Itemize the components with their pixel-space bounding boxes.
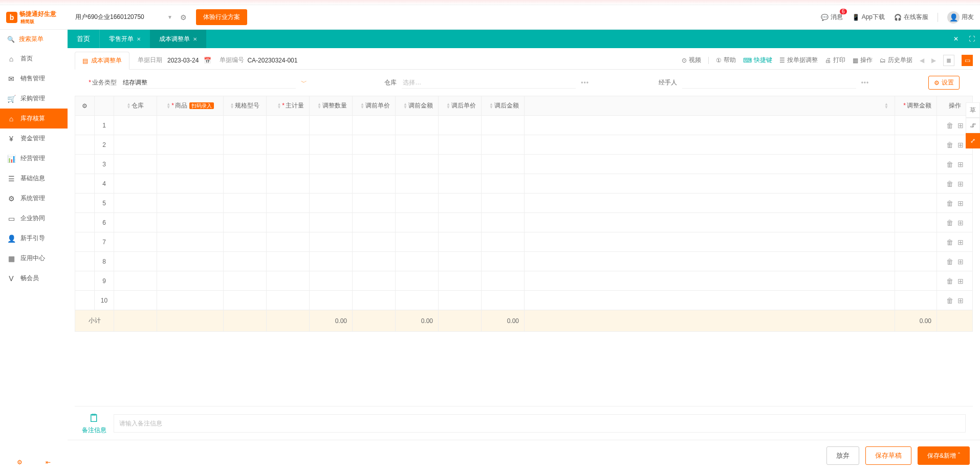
table-row[interactable]: 5🗑⊞ (75, 194, 973, 213)
sidebar-icon: ⌂ (7, 55, 15, 63)
table-row[interactable]: 6🗑⊞ (75, 213, 973, 232)
sidebar-item-3[interactable]: ⌂库存核算 (0, 109, 68, 129)
add-row-icon[interactable]: ⊞ (957, 121, 964, 130)
close-icon[interactable]: ✕ (137, 36, 141, 42)
keyboard-icon: ⌨ (743, 57, 752, 64)
save-new-button[interactable]: 保存&新增ˆ (918, 446, 970, 465)
view-card-button[interactable]: ▭ (962, 55, 973, 66)
sidebar-item-2[interactable]: 🛒采购管理 (0, 89, 68, 109)
table-row[interactable]: 8🗑⊞ (75, 252, 973, 271)
prev-doc-icon[interactable]: ◀ (920, 57, 924, 64)
adjust-by-doc-link[interactable]: ☰按单据调整 (779, 56, 818, 65)
table-row[interactable]: 9🗑⊞ (75, 271, 973, 291)
delete-row-icon[interactable]: 🗑 (946, 141, 953, 149)
gear-icon[interactable]: ⚙ (180, 13, 187, 22)
delete-row-icon[interactable]: 🗑 (946, 180, 953, 188)
table-row[interactable]: 7🗑⊞ (75, 232, 973, 252)
table-row[interactable]: 2🗑⊞ (75, 135, 973, 155)
doc-date-input[interactable]: 2023-03-24 (165, 56, 201, 65)
table-row[interactable]: 3🗑⊞ (75, 155, 973, 174)
sidebar-item-10[interactable]: ▦应用中心 (0, 248, 68, 268)
sidebar-icon: 👤 (7, 234, 15, 243)
add-row-icon[interactable]: ⊞ (957, 141, 964, 149)
close-tab-icon[interactable]: ✕ (948, 35, 964, 42)
rail-attachment-icon[interactable]: 🖇 (966, 118, 980, 133)
add-row-icon[interactable]: ⊞ (957, 180, 964, 188)
add-row-icon[interactable]: ⊞ (957, 258, 964, 266)
delete-row-icon[interactable]: 🗑 (946, 296, 953, 305)
settings-button[interactable]: ⚙设置 (928, 76, 960, 90)
messages-badge: 6 (840, 9, 847, 14)
sidebar-search[interactable]: 🔍搜索菜单 (0, 30, 68, 49)
tab-0[interactable]: 零售开单✕ (100, 30, 150, 48)
sidebar-icon: ▦ (7, 254, 15, 263)
add-row-icon[interactable]: ⊞ (957, 219, 964, 227)
user-menu[interactable]: 👤用友 (947, 11, 974, 24)
table-row[interactable]: 4🗑⊞ (75, 174, 973, 194)
delete-row-icon[interactable]: 🗑 (946, 199, 953, 207)
chevron-down-icon[interactable]: ﹀ (301, 78, 307, 87)
sidebar-item-1[interactable]: ✉销售管理 (0, 69, 68, 89)
line-items-table: ⚙ ▲▼仓库 ▲▼*商品扫码录入 ▲▼规格型号 ▲▼*主计量 ▲▼调整数量 ▲▼… (75, 96, 973, 332)
remark-input[interactable] (114, 414, 966, 433)
tab-1[interactable]: 成本调整单✕ (150, 30, 206, 48)
delete-row-icon[interactable]: 🗑 (946, 219, 953, 227)
sidebar-item-5[interactable]: 📊经营管理 (0, 148, 68, 168)
more-icon[interactable]: ••• (861, 79, 869, 87)
add-row-icon[interactable]: ⊞ (957, 199, 964, 207)
hotkey-link[interactable]: ⌨快捷键 (743, 56, 772, 65)
delete-row-icon[interactable]: 🗑 (946, 258, 953, 266)
operate-link[interactable]: ▦操作 (853, 56, 873, 65)
sidebar-item-9[interactable]: 👤新手引导 (0, 228, 68, 248)
help-link[interactable]: ①帮助 (716, 56, 736, 65)
subtotal-label: 小计 (75, 310, 114, 332)
more-icon[interactable]: ••• (581, 79, 589, 87)
delete-row-icon[interactable]: 🗑 (946, 277, 953, 285)
add-row-icon[interactable]: ⊞ (957, 296, 964, 305)
warehouse-select[interactable] (402, 77, 576, 89)
tab-home[interactable]: 首页 (68, 30, 100, 48)
sidebar-item-7[interactable]: ⚙系统管理 (0, 188, 68, 208)
rail-draft-icon[interactable]: 草 (966, 102, 980, 118)
collapse-icon[interactable]: ⇤ (46, 459, 51, 466)
add-row-icon[interactable]: ⊞ (957, 160, 964, 168)
delete-row-icon[interactable]: 🗑 (946, 121, 953, 130)
online-support-link[interactable]: 🎧在线客服 (894, 13, 928, 22)
fullscreen-icon[interactable]: ⛶ (964, 35, 980, 42)
discard-button[interactable]: 放弃 (826, 446, 859, 465)
search-icon: 🔍 (7, 36, 15, 43)
sidebar-item-4[interactable]: ¥资金管理 (0, 129, 68, 148)
video-link[interactable]: ⊙视频 (682, 56, 701, 65)
add-row-icon[interactable]: ⊞ (957, 238, 964, 246)
table-row[interactable]: 1🗑⊞ (75, 116, 973, 135)
delete-row-icon[interactable]: 🗑 (946, 160, 953, 168)
chevron-down-icon: ▼ (167, 14, 172, 20)
column-settings-icon[interactable]: ⚙ (75, 96, 95, 116)
save-draft-button[interactable]: 保存草稿 (865, 446, 911, 465)
handler-select[interactable] (682, 77, 856, 89)
settings-icon[interactable]: ⚙ (17, 459, 23, 466)
app-download-link[interactable]: 📱App下载 (852, 13, 885, 22)
try-industry-button[interactable]: 体验行业方案 (196, 9, 247, 25)
rail-expand-icon[interactable]: ⤢ (966, 133, 980, 148)
tenant-selector[interactable]: 用户690企业1660120750 ▼ (73, 10, 175, 24)
delete-row-icon[interactable]: 🗑 (946, 238, 953, 246)
sidebar-item-0[interactable]: ⌂首页 (0, 49, 68, 69)
table-row[interactable]: 10🗑⊞ (75, 291, 973, 310)
sidebar-item-8[interactable]: ▭企业协同 (0, 208, 68, 228)
scan-entry-button[interactable]: 扫码录入 (189, 102, 214, 109)
form-row: *业务类型 ﹀ 仓库 ••• 经手人 ••• ⚙设置 (68, 70, 980, 96)
close-icon[interactable]: ✕ (193, 36, 197, 42)
sidebar-item-6[interactable]: ☰基础信息 (0, 168, 68, 188)
sidebar-icon: V (7, 274, 15, 283)
business-type-select[interactable] (122, 77, 296, 89)
doc-number: CA-20230324-001 (247, 57, 297, 64)
print-link[interactable]: 🖨打印 (825, 56, 845, 65)
sidebar-item-11[interactable]: V畅会员 (0, 268, 68, 288)
calendar-icon[interactable]: 📅 (204, 57, 211, 64)
history-link[interactable]: 🗂历史单据 (880, 56, 912, 65)
next-doc-icon[interactable]: ▶ (931, 57, 936, 64)
view-list-button[interactable]: ≣ (943, 55, 954, 66)
add-row-icon[interactable]: ⊞ (957, 277, 964, 285)
messages-link[interactable]: 💬消息 6 (821, 13, 843, 22)
